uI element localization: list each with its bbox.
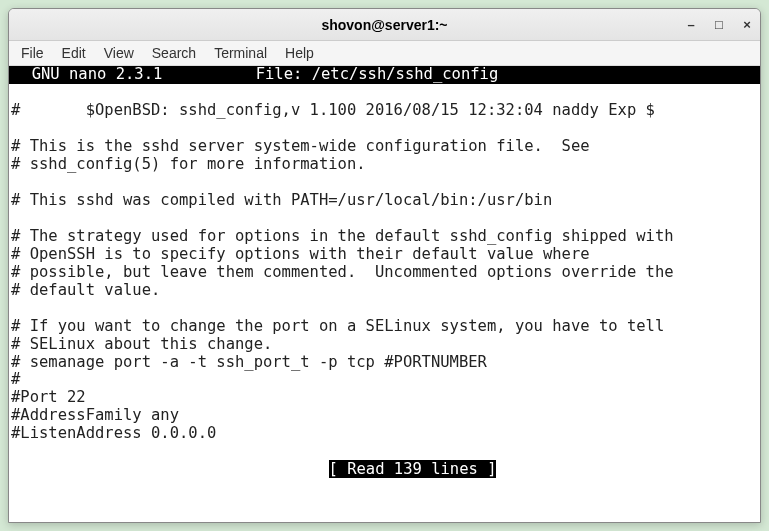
titlebar[interactable]: shovon@server1:~ – □ × (9, 9, 760, 41)
file-line: # This sshd was compiled with PATH=/usr/… (11, 192, 758, 210)
menu-edit[interactable]: Edit (62, 45, 86, 61)
minimize-button[interactable]: – (684, 18, 698, 32)
window-title: shovon@server1:~ (321, 17, 447, 33)
file-line: # semanage port -a -t ssh_port_t -p tcp … (11, 354, 758, 372)
menubar: File Edit View Search Terminal Help (9, 41, 760, 66)
nano-header-spacer (162, 66, 255, 84)
window-controls: – □ × (684, 18, 754, 32)
file-line: # If you want to change the port on a SE… (11, 318, 758, 336)
menu-terminal[interactable]: Terminal (214, 45, 267, 61)
file-line (11, 120, 758, 138)
nano-header: GNU nano 2.3.1 File: /etc/ssh/sshd_confi… (9, 66, 760, 84)
file-line: # $OpenBSD: sshd_config,v 1.100 2016/08/… (11, 102, 758, 120)
file-line (11, 210, 758, 228)
file-content[interactable]: # $OpenBSD: sshd_config,v 1.100 2016/08/… (9, 84, 760, 443)
menu-file[interactable]: File (21, 45, 44, 61)
nano-version: GNU nano 2.3.1 (13, 66, 162, 84)
nano-status-text: [ Read 139 lines ] (329, 460, 497, 478)
menu-view[interactable]: View (104, 45, 134, 61)
file-line: # sshd_config(5) for more information. (11, 156, 758, 174)
file-line: #AddressFamily any (11, 407, 758, 425)
maximize-button[interactable]: □ (712, 18, 726, 32)
file-line: # OpenSSH is to specify options with the… (11, 246, 758, 264)
nano-file-label: File: /etc/ssh/sshd_config (256, 66, 499, 84)
file-line: # The strategy used for options in the d… (11, 228, 758, 246)
file-line (11, 174, 758, 192)
nano-help: ^G Get Help^O WriteOut^R Read File^Y Pre… (9, 497, 760, 522)
file-line (11, 84, 758, 102)
terminal-window: shovon@server1:~ – □ × File Edit View Se… (8, 8, 761, 523)
menu-help[interactable]: Help (285, 45, 314, 61)
file-line: # This is the sshd server system-wide co… (11, 138, 758, 156)
file-line: #ListenAddress 0.0.0.0 (11, 425, 758, 443)
file-line: #Port 22 (11, 389, 758, 407)
terminal-viewport[interactable]: GNU nano 2.3.1 File: /etc/ssh/sshd_confi… (9, 66, 760, 522)
file-line: # (11, 371, 758, 389)
file-line (11, 300, 758, 318)
file-line: # SELinux about this change. (11, 336, 758, 354)
menu-search[interactable]: Search (152, 45, 196, 61)
nano-status-bar: [ Read 139 lines ] (9, 443, 760, 497)
file-line: # possible, but leave them commented. Un… (11, 264, 758, 282)
close-button[interactable]: × (740, 18, 754, 32)
file-line: # default value. (11, 282, 758, 300)
